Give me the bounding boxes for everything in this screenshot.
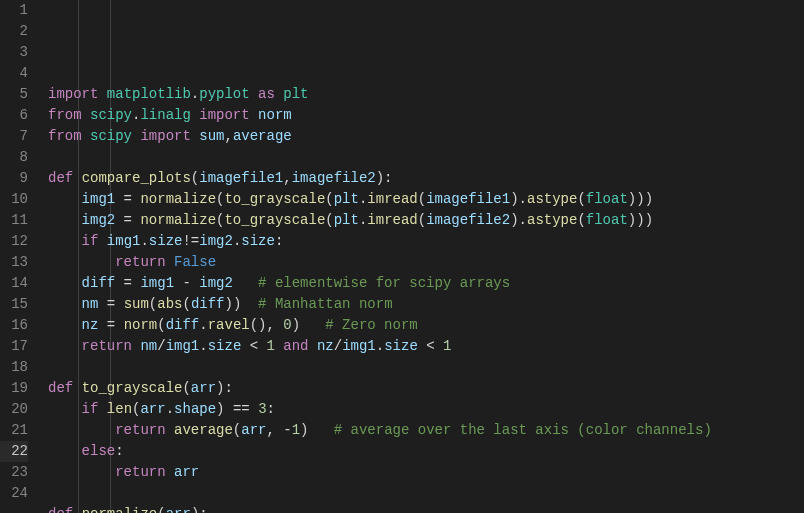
token-op: = <box>115 212 140 228</box>
token-fn: normalize <box>140 212 216 228</box>
code-line[interactable]: from scipy.linalg import norm <box>48 105 804 126</box>
token-fn: to_grayscale <box>224 212 325 228</box>
token-num: 1 <box>267 338 275 354</box>
token-mod: float <box>586 191 628 207</box>
token-mod: plt <box>283 86 308 102</box>
token-kw: if <box>82 233 99 249</box>
code-line[interactable]: import matplotlib.pyplot as plt <box>48 84 804 105</box>
token-var: arr <box>166 506 191 513</box>
token-punc: (), <box>250 317 284 333</box>
token-punc: ): <box>376 170 393 186</box>
code-line[interactable]: return arr <box>48 462 804 483</box>
token-num: 3 <box>258 401 266 417</box>
token-fn: norm <box>124 317 158 333</box>
token-punc: . <box>199 317 207 333</box>
token-var: imagefile2 <box>426 212 510 228</box>
token-punc <box>98 86 106 102</box>
token-op: = <box>98 317 123 333</box>
token-punc: ). <box>510 191 527 207</box>
token-cmt: # Manhattan norm <box>258 296 392 312</box>
code-editor[interactable]: 123456789101112131415161718192021222324 … <box>0 0 804 513</box>
line-number: 1 <box>0 0 28 21</box>
token-var: arr <box>140 401 165 417</box>
code-line[interactable] <box>48 147 804 168</box>
token-fn: len <box>107 401 132 417</box>
token-mod: float <box>586 212 628 228</box>
token-punc <box>73 506 81 513</box>
token-punc <box>309 338 317 354</box>
token-op: - <box>283 422 291 438</box>
token-op: = <box>115 275 140 291</box>
token-punc: ) <box>216 401 233 417</box>
token-punc <box>166 422 174 438</box>
token-punc: ( <box>157 317 165 333</box>
token-kw: return <box>115 464 165 480</box>
token-var: shape <box>174 401 216 417</box>
code-line[interactable]: def normalize(arr): <box>48 504 804 513</box>
token-punc: . <box>140 233 148 249</box>
code-line[interactable]: def to_grayscale(arr): <box>48 378 804 399</box>
line-number: 9 <box>0 168 28 189</box>
code-line[interactable]: else: <box>48 441 804 462</box>
token-num: 0 <box>283 317 291 333</box>
code-line[interactable]: nz = norm(diff.ravel(), 0) # Zero norm <box>48 315 804 336</box>
line-number: 4 <box>0 63 28 84</box>
token-var: img2 <box>199 275 233 291</box>
token-var: diff <box>82 275 116 291</box>
token-op: / <box>334 338 342 354</box>
token-var: img1 <box>140 275 174 291</box>
code-line[interactable]: if len(arr.shape) == 3: <box>48 399 804 420</box>
code-line[interactable] <box>48 357 804 378</box>
token-punc: ( <box>325 191 333 207</box>
token-punc <box>48 233 82 249</box>
code-line[interactable]: def compare_plots(imagefile1,imagefile2)… <box>48 168 804 189</box>
code-line[interactable]: return nm/img1.size < 1 and nz/img1.size… <box>48 336 804 357</box>
token-punc <box>233 275 258 291</box>
token-var: img1 <box>166 338 200 354</box>
token-kw: import <box>140 128 190 144</box>
token-punc: ( <box>577 191 585 207</box>
token-punc: ( <box>418 212 426 228</box>
code-area[interactable]: import matplotlib.pyplot as pltfrom scip… <box>42 0 804 513</box>
line-number: 3 <box>0 42 28 63</box>
code-line[interactable]: return average(arr, -1) # average over t… <box>48 420 804 441</box>
token-punc: , <box>283 170 291 186</box>
token-var: diff <box>191 296 225 312</box>
token-kw: def <box>48 170 73 186</box>
token-op: != <box>182 233 199 249</box>
token-kw: else <box>82 443 116 459</box>
line-number: 14 <box>0 273 28 294</box>
line-number: 24 <box>0 483 28 504</box>
token-kw: from <box>48 128 82 144</box>
token-punc <box>48 254 115 270</box>
code-line[interactable]: return False <box>48 252 804 273</box>
token-punc: , <box>224 128 232 144</box>
code-line[interactable]: from scipy import sum,average <box>48 126 804 147</box>
token-var: arr <box>241 422 266 438</box>
token-punc <box>48 443 82 459</box>
code-line[interactable]: img1 = normalize(to_grayscale(plt.imread… <box>48 189 804 210</box>
token-kw: if <box>82 401 99 417</box>
code-line[interactable]: if img1.size!=img2.size: <box>48 231 804 252</box>
token-var: arr <box>191 380 216 396</box>
token-punc <box>73 380 81 396</box>
code-line[interactable] <box>48 483 804 504</box>
code-line[interactable]: diff = img1 - img2 # elementwise for sci… <box>48 273 804 294</box>
token-mod: matplotlib <box>107 86 191 102</box>
line-number: 5 <box>0 84 28 105</box>
token-punc: : <box>275 233 283 249</box>
line-number: 15 <box>0 294 28 315</box>
token-punc: ( <box>182 380 190 396</box>
line-number: 16 <box>0 315 28 336</box>
token-mod: pyplot <box>199 86 249 102</box>
line-number: 22 <box>0 441 28 462</box>
token-fn: average <box>174 422 233 438</box>
token-punc: ). <box>510 212 527 228</box>
token-mod: scipy <box>90 128 132 144</box>
token-punc: ))) <box>628 212 653 228</box>
code-line[interactable]: nm = sum(abs(diff)) # Manhattan norm <box>48 294 804 315</box>
token-punc: ( <box>325 212 333 228</box>
code-line[interactable]: img2 = normalize(to_grayscale(plt.imread… <box>48 210 804 231</box>
token-var: size <box>384 338 418 354</box>
token-cmt: # average over the last axis (color chan… <box>334 422 712 438</box>
